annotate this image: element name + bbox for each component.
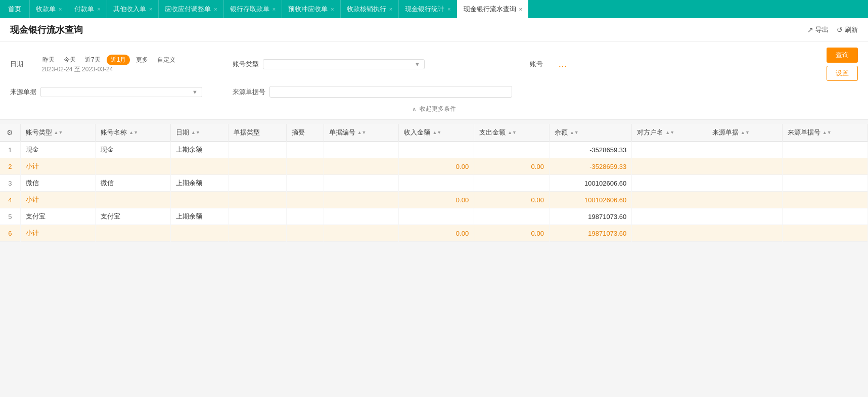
sort-icon: ▲▼ [665, 130, 674, 135]
nav-tab-adjustment[interactable]: 应收应付调整单 × [158, 0, 223, 18]
col-voucher-no[interactable]: 单据编号 ▲▼ [324, 124, 399, 142]
refresh-button[interactable]: ↺ 刷新 [837, 25, 858, 34]
sort-icon: ▲▼ [54, 130, 63, 135]
nav-tab-receipt[interactable]: 收款单 × [29, 0, 68, 18]
export-button[interactable]: ↗ 导出 [807, 25, 829, 34]
col-counterpart[interactable]: 对方户名 ▲▼ [632, 124, 707, 142]
sort-icon: ▲▼ [570, 130, 579, 135]
col-date[interactable]: 日期 ▲▼ [170, 124, 229, 142]
sort-icon: ▲▼ [129, 130, 138, 135]
date-btn-more[interactable]: 更多 [133, 55, 151, 65]
collapse-up-icon: ∧ [412, 106, 417, 113]
table-area: ⚙ 账号类型 ▲▼ 账号名称 ▲▼ 日期 [0, 124, 868, 242]
chevron-down-icon: ▼ [192, 89, 198, 95]
account-type-select[interactable]: ▼ [263, 59, 425, 69]
source-voucher-label: 来源单据 [10, 87, 36, 97]
close-icon[interactable]: × [214, 6, 217, 12]
filter-row-2: 来源单据 ▼ 来源单据号 [10, 86, 858, 98]
sort-icon: ▲▼ [823, 130, 832, 135]
date-buttons: 昨天 今天 近7天 近1月 更多 自定义 [39, 55, 178, 65]
date-range-display: 2023-02-24 至 2023-03-24 [41, 65, 178, 74]
date-btn-7days[interactable]: 近7天 [82, 55, 104, 65]
sort-icon: ▲▼ [357, 130, 367, 135]
collapse-bar[interactable]: ∧ 收起更多条件 [10, 103, 858, 113]
date-filter-group: 日期 昨天 今天 近7天 近1月 更多 自定义 2023-02-24 至 202… [10, 55, 222, 74]
account-type-label: 账号类型 [233, 60, 259, 69]
source-voucher-no-input[interactable] [269, 86, 512, 98]
nav-tab-other-income[interactable]: 其他收入单 × [107, 0, 158, 18]
close-icon[interactable]: × [149, 6, 152, 12]
nav-tab-payment[interactable]: 付款单 × [68, 0, 106, 18]
table-row: 1现金现金上期余额-3528659.33 [0, 142, 868, 158]
close-icon[interactable]: × [389, 6, 392, 12]
source-voucher-filter-group: 来源单据 ▼ [10, 87, 222, 97]
account-label: 账号 [530, 60, 555, 69]
col-balance[interactable]: 余额 ▲▼ [549, 124, 631, 142]
sort-icon: ▲▼ [432, 130, 441, 135]
table-row: 2小计0.000.00-3528659.33 [0, 158, 868, 175]
query-button[interactable]: 查询 [827, 48, 858, 63]
close-icon[interactable]: × [59, 6, 62, 12]
col-settings[interactable]: ⚙ [0, 124, 20, 142]
top-nav: 首页 收款单 × 付款单 × 其他收入单 × 应收应付调整单 × 银行存取款单 … [0, 0, 868, 18]
date-btn-yesterday[interactable]: 昨天 [39, 55, 58, 65]
source-voucher-select[interactable]: ▼ [40, 87, 202, 97]
account-type-filter-group: 账号类型 ▼ [233, 59, 520, 69]
source-voucher-no-group: 来源单据号 [233, 86, 858, 98]
filter-row-1: 日期 昨天 今天 近7天 近1月 更多 自定义 2023-02-24 至 202… [10, 48, 858, 81]
nav-tab-bank-stats[interactable]: 现金银行统计 × [398, 0, 456, 18]
action-buttons: 查询 设置 [827, 48, 858, 81]
table-row: 3微信微信上期余额100102606.60 [0, 175, 868, 192]
header-actions: ↗ 导出 ↺ 刷新 [807, 25, 858, 34]
filter-area: 日期 昨天 今天 近7天 近1月 更多 自定义 2023-02-24 至 202… [0, 41, 868, 120]
nav-tab-bank-deposit[interactable]: 银行存取款单 × [223, 0, 282, 18]
export-icon: ↗ [807, 26, 813, 34]
collapse-label: 收起更多条件 [420, 105, 456, 113]
col-source-voucher-no[interactable]: 来源单据号 ▲▼ [782, 124, 867, 142]
table-row: 5支付宝支付宝上期余额19871073.60 [0, 208, 868, 225]
account-filter-group: 账号 ... [530, 60, 817, 69]
page-header: 现金银行流水查询 ↗ 导出 ↺ 刷新 [0, 18, 868, 41]
close-icon[interactable]: × [331, 6, 334, 12]
date-btn-custom[interactable]: 自定义 [154, 55, 178, 65]
date-btn-1month[interactable]: 近1月 [107, 55, 130, 65]
gear-icon[interactable]: ⚙ [7, 128, 13, 137]
col-income[interactable]: 收入金额 ▲▼ [399, 124, 474, 142]
sort-icon: ▲▼ [508, 130, 517, 135]
nav-tab-collection-execute[interactable]: 收款核销执行 × [340, 0, 398, 18]
source-voucher-no-label: 来源单据号 [233, 87, 265, 97]
nav-tab-prepay-offset[interactable]: 预收冲应收单 × [282, 0, 340, 18]
page-title: 现金银行流水查询 [10, 24, 83, 36]
nav-tab-bank-flow[interactable]: 现金银行流水查询 × [457, 0, 528, 18]
table-header-row: ⚙ 账号类型 ▲▼ 账号名称 ▲▼ 日期 [0, 124, 868, 142]
close-icon[interactable]: × [97, 6, 100, 12]
sort-icon: ▲▼ [191, 130, 200, 135]
col-expense[interactable]: 支出金额 ▲▼ [474, 124, 550, 142]
chevron-down-icon: ▼ [415, 61, 420, 67]
close-icon[interactable]: × [272, 6, 276, 12]
col-source-voucher[interactable]: 来源单据 ▲▼ [707, 124, 783, 142]
settings-button[interactable]: 设置 [827, 66, 858, 81]
col-voucher-type: 单据类型 [229, 124, 287, 142]
close-icon[interactable]: × [519, 6, 522, 12]
close-icon[interactable]: × [447, 6, 450, 12]
col-account-name[interactable]: 账号名称 ▲▼ [96, 124, 171, 142]
table-row: 4小计0.000.00100102606.60 [0, 192, 868, 208]
refresh-icon: ↺ [837, 26, 843, 34]
table-row: 6小计0.000.0019871073.60 [0, 225, 868, 242]
table-body: 1现金现金上期余额-3528659.332小计0.000.00-3528659.… [0, 142, 868, 242]
data-table: ⚙ 账号类型 ▲▼ 账号名称 ▲▼ 日期 [0, 124, 868, 242]
col-summary: 摘要 [286, 124, 324, 142]
nav-home[interactable]: 首页 [0, 0, 29, 18]
sort-icon: ▲▼ [741, 130, 750, 135]
date-label: 日期 [10, 60, 35, 69]
date-btn-today[interactable]: 今天 [61, 55, 79, 65]
col-account-type[interactable]: 账号类型 ▲▼ [20, 124, 96, 142]
account-ellipsis[interactable]: ... [559, 61, 568, 68]
